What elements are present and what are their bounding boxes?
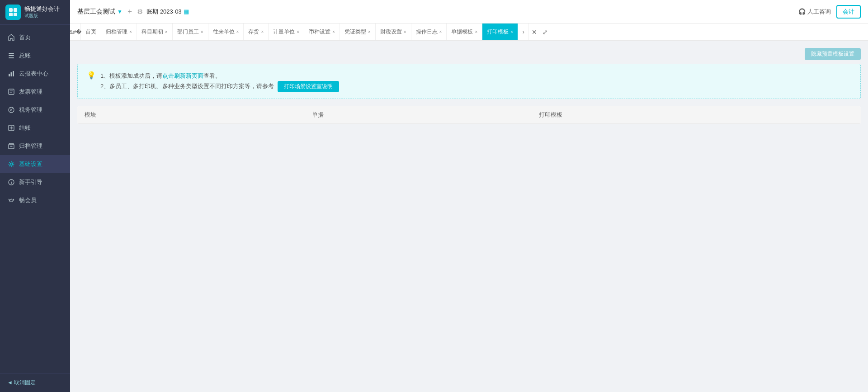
calendar-icon[interactable]: ▦	[184, 8, 189, 15]
sidebar-item-tax[interactable]: 税务管理	[0, 101, 70, 119]
tab-taxsettings[interactable]: 财税设置×	[376, 24, 411, 40]
sidebar-label-tax: 税务管理	[19, 106, 42, 114]
headset-icon: 🎧	[798, 8, 806, 15]
sidebar-label-ledger: 总账	[19, 52, 31, 60]
table-header-1: 单据	[305, 106, 532, 124]
sidebar-item-reports[interactable]: 云报表中心	[0, 65, 70, 83]
sidebar: 畅捷通好会计 试题版 首页 总账 云报表中心 发票管理 税务管理 结账 归档管理…	[0, 0, 70, 392]
guide-icon	[7, 178, 15, 186]
tabs-close-all-button[interactable]: ✕	[529, 24, 540, 40]
tab-close-currency[interactable]: ×	[332, 29, 335, 34]
settings-icon	[7, 160, 15, 168]
sidebar-item-vip[interactable]: 畅会员	[0, 191, 70, 209]
tax-icon	[7, 106, 15, 114]
print-scene-button[interactable]: 打印场景设置宣说明	[278, 81, 339, 92]
tab-dept[interactable]: 部门员工×	[173, 24, 208, 40]
vip-icon	[7, 196, 15, 204]
ledger-icon	[7, 52, 15, 60]
sidebar-label-reports: 云报表中心	[19, 70, 48, 78]
tab-label-unit: 计量单位	[273, 28, 295, 36]
svg-rect-6	[9, 57, 14, 58]
tab-close-archive[interactable]: ×	[129, 29, 132, 34]
sidebar-label-home: 首页	[19, 33, 31, 42]
sidebar-label-settings: 基础设置	[19, 160, 42, 168]
tab-supplier[interactable]: 往来单位×	[208, 24, 244, 40]
content-area: 隐藏预置模板设置 💡 1、模板添加成功后，请点击刷新新页面查看。 2、多员工、多…	[70, 41, 868, 392]
tab-label-archive: 归档管理	[106, 28, 127, 36]
sidebar-label-archive: 归档管理	[19, 142, 42, 150]
company-selector[interactable]: 基层工会测试 ▼	[77, 8, 123, 16]
tabs-next-button[interactable]: ›	[518, 24, 529, 40]
table-header-0: 模块	[77, 106, 305, 124]
settings-gear-icon[interactable]: ⚙	[137, 8, 143, 16]
reports-icon	[7, 70, 15, 78]
tabs-bar: &#�首页归档管理×科目期初×部门员工×往来单位×存货×计量单位×币种设置×凭证…	[70, 24, 868, 41]
notice-text: 1、模板添加成功后，请点击刷新新页面查看。 2、多员工、多打印机、多种业务类型设…	[100, 71, 851, 92]
account-button[interactable]: 会计	[836, 5, 861, 19]
tab-close-print[interactable]: ×	[510, 29, 513, 34]
tab-print[interactable]: 打印模板×	[482, 24, 518, 40]
table-header-2: 打印模板	[532, 106, 861, 124]
svg-rect-1	[14, 8, 17, 12]
hide-preview-button[interactable]: 隐藏预置模板设置	[805, 48, 861, 60]
topbar-left: 基层工会测试 ▼ ＋ ⚙ 账期 2023-03 ▦	[77, 7, 189, 16]
tab-receipt[interactable]: 单据模板×	[447, 24, 482, 40]
topbar-right: 🎧 人工咨询 会计	[798, 5, 861, 19]
tab-label-taxsettings: 财税设置	[380, 28, 402, 36]
period-value: 2023-03	[160, 8, 182, 15]
sidebar-label-close: 结账	[19, 124, 31, 132]
tabs-prev-button[interactable]: &#�	[70, 24, 81, 40]
tab-label-print: 打印模板	[487, 28, 509, 36]
tab-unit[interactable]: 计量单位×	[269, 24, 304, 40]
period-label: 账期	[146, 8, 158, 16]
tab-label-supplier: 往来单位	[213, 28, 235, 36]
tab-label-home: 首页	[85, 28, 96, 36]
tab-label-voucher: 凭证类型	[344, 28, 366, 36]
bulb-icon: 💡	[87, 71, 96, 80]
tab-archive[interactable]: 归档管理×	[101, 24, 137, 40]
tab-subject[interactable]: 科目期初×	[137, 24, 173, 40]
help-button[interactable]: 🎧 人工咨询	[798, 8, 831, 16]
sidebar-item-close[interactable]: 结账	[0, 119, 70, 137]
tab-close-unit[interactable]: ×	[297, 29, 299, 34]
close-icon	[7, 124, 15, 132]
svg-rect-4	[9, 53, 14, 54]
tab-oplog[interactable]: 操作日志×	[411, 24, 447, 40]
sidebar-item-invoice[interactable]: 发票管理	[0, 83, 70, 101]
sidebar-item-settings[interactable]: 基础设置	[0, 155, 70, 173]
invoice-icon	[7, 88, 15, 96]
unpin-button[interactable]: ◄ 取消固定	[0, 373, 70, 392]
hide-preview-area: 隐藏预置模板设置	[77, 48, 861, 60]
tab-close-supplier[interactable]: ×	[236, 29, 239, 34]
tab-close-taxsettings[interactable]: ×	[404, 29, 406, 34]
tab-voucher[interactable]: 凭证类型×	[340, 24, 376, 40]
tabs-expand-button[interactable]: ⤢	[540, 24, 551, 40]
tab-home[interactable]: 首页	[81, 24, 101, 40]
sidebar-label-vip: 畅会员	[19, 196, 37, 204]
sidebar-item-ledger[interactable]: 总账	[0, 47, 70, 65]
logo-sub: 试题版	[24, 13, 60, 19]
help-label: 人工咨询	[807, 8, 831, 16]
refresh-link[interactable]: 点击刷新新页面	[162, 72, 203, 79]
topbar: 基层工会测试 ▼ ＋ ⚙ 账期 2023-03 ▦ 🎧 人工咨询 会计	[70, 0, 868, 24]
tab-close-receipt[interactable]: ×	[475, 29, 477, 34]
archive-icon	[7, 142, 15, 150]
sidebar-item-guide[interactable]: 新手引导	[0, 173, 70, 191]
sidebar-item-home[interactable]: 首页	[0, 28, 70, 47]
tab-label-stock: 存货	[248, 28, 259, 36]
add-tab-button[interactable]: ＋	[126, 7, 133, 16]
tab-close-stock[interactable]: ×	[261, 29, 264, 34]
tab-close-dept[interactable]: ×	[201, 29, 203, 34]
tab-currency[interactable]: 币种设置×	[304, 24, 340, 40]
period-selector: 账期 2023-03 ▦	[146, 8, 189, 16]
tab-stock[interactable]: 存货×	[244, 24, 269, 40]
sidebar-item-archive[interactable]: 归档管理	[0, 137, 70, 155]
tab-close-oplog[interactable]: ×	[439, 29, 442, 34]
main-area: 基层工会测试 ▼ ＋ ⚙ 账期 2023-03 ▦ 🎧 人工咨询 会计 &#�首…	[70, 0, 868, 392]
company-dropdown-icon: ▼	[117, 9, 123, 15]
print-template-table: 模块单据打印模板	[77, 106, 861, 124]
svg-rect-10	[9, 89, 14, 94]
tab-close-voucher[interactable]: ×	[368, 29, 371, 34]
sidebar-label-invoice: 发票管理	[19, 88, 42, 96]
tab-close-subject[interactable]: ×	[165, 29, 168, 34]
